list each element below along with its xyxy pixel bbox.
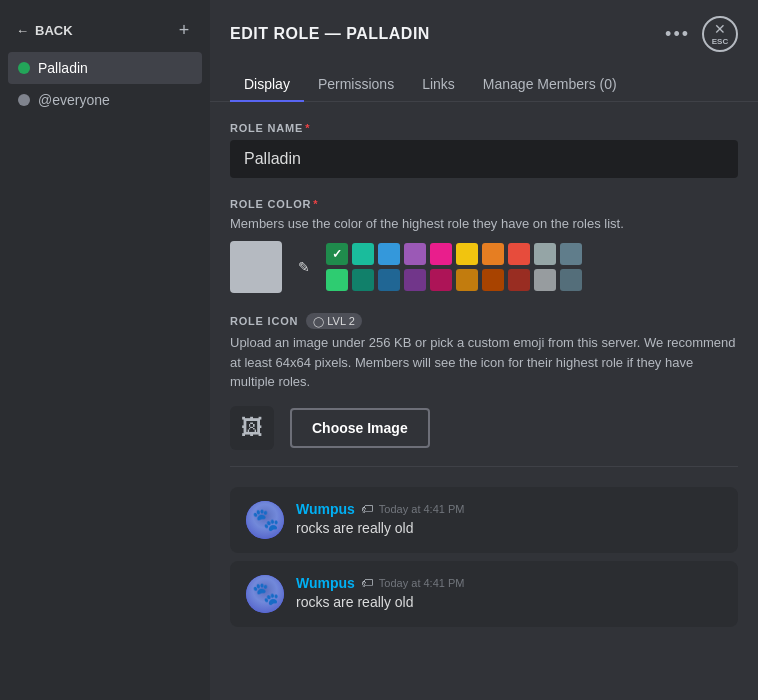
swatch-orange2[interactable] (482, 269, 504, 291)
swatch-red[interactable] (508, 243, 530, 265)
lvl-badge: ◯ LVL 2 (306, 313, 362, 329)
lvl-label: LVL 2 (327, 315, 355, 327)
role-badge-icon-2: 🏷 (361, 576, 373, 590)
role-dot-everyone (18, 94, 30, 106)
swatch-teal2[interactable] (352, 269, 374, 291)
esc-label: ESC (712, 37, 728, 46)
avatar-1: 🐾 (246, 501, 284, 539)
swatch-blue2[interactable] (378, 269, 400, 291)
tab-links[interactable]: Links (408, 68, 469, 102)
sidebar-item-label: Palladin (38, 60, 88, 76)
close-x-icon: ✕ (714, 22, 726, 36)
tab-permissions[interactable]: Permissions (304, 68, 408, 102)
swatch-gray2[interactable] (534, 269, 556, 291)
main-panel: EDIT ROLE — PALLADIN ••• ✕ ESC Display P… (210, 0, 758, 700)
sidebar-header: ← BACK + (8, 12, 202, 52)
tab-manage-members[interactable]: Manage Members (0) (469, 68, 631, 102)
preview-card-2: 🐾 Wumpus 🏷 Today at 4:41 PM rocks are re… (230, 561, 738, 627)
swatch-purple2[interactable] (404, 269, 426, 291)
required-indicator: * (313, 198, 318, 210)
message-content-1: Wumpus 🏷 Today at 4:41 PM rocks are real… (296, 501, 722, 536)
message-username-1: Wumpus (296, 501, 355, 517)
color-description: Members use the color of the highest rol… (230, 216, 738, 231)
role-badge-icon-1: 🏷 (361, 502, 373, 516)
role-icon-description: Upload an image under 256 KB or pick a c… (230, 333, 738, 392)
swatch-red2[interactable] (508, 269, 530, 291)
role-name-section: ROLE NAME* (230, 122, 738, 178)
role-dot-palladin (18, 62, 30, 74)
choose-image-button[interactable]: Choose Image (290, 408, 430, 448)
message-timestamp-2: Today at 4:41 PM (379, 577, 465, 589)
swatch-darkgray[interactable] (560, 243, 582, 265)
swatch-lightgray[interactable] (534, 243, 556, 265)
swatch-yellow2[interactable] (456, 269, 478, 291)
swatch-pink[interactable] (430, 243, 452, 265)
swatch-green2[interactable] (326, 269, 348, 291)
message-header-2: Wumpus 🏷 Today at 4:41 PM (296, 575, 722, 591)
close-button[interactable]: ✕ ESC (702, 16, 738, 52)
sidebar-item-everyone[interactable]: @everyone (8, 84, 202, 116)
preview-message-1: 🐾 Wumpus 🏷 Today at 4:41 PM rocks are re… (246, 501, 722, 539)
icon-upload-row: 🖼 Choose Image (230, 406, 738, 450)
back-label: BACK (35, 23, 73, 38)
more-options-button[interactable]: ••• (665, 24, 690, 45)
pencil-icon[interactable]: ✎ (292, 255, 316, 279)
sidebar: ← BACK + Palladin @everyone (0, 0, 210, 700)
role-icon-label: ROLE ICON (230, 315, 298, 327)
swatch-blue[interactable] (378, 243, 400, 265)
sidebar-item-palladin[interactable]: Palladin (8, 52, 202, 84)
color-picker-row: ✎ ✓ (230, 241, 738, 293)
add-role-button[interactable]: + (174, 20, 194, 40)
content-area: ROLE NAME* ROLE COLOR* Members use the c… (210, 102, 758, 700)
page-title: EDIT ROLE — PALLADIN (230, 25, 430, 43)
preview-message-2: 🐾 Wumpus 🏷 Today at 4:41 PM rocks are re… (246, 575, 722, 613)
role-color-section: ROLE COLOR* Members use the color of the… (230, 198, 738, 293)
preview-card-1: 🐾 Wumpus 🏷 Today at 4:41 PM rocks are re… (230, 487, 738, 553)
header-actions: ••• ✕ ESC (665, 16, 738, 52)
tabs-bar: Display Permissions Links Manage Members… (210, 60, 758, 102)
role-name-label: ROLE NAME* (230, 122, 738, 134)
preview-section: 🐾 Wumpus 🏷 Today at 4:41 PM rocks are re… (230, 487, 738, 627)
swatch-purple[interactable] (404, 243, 426, 265)
back-button[interactable]: ← BACK (16, 23, 73, 38)
divider (230, 466, 738, 467)
role-color-label: ROLE COLOR* (230, 198, 738, 210)
back-arrow-icon: ← (16, 23, 29, 38)
message-text-2: rocks are really old (296, 594, 722, 610)
message-header-1: Wumpus 🏷 Today at 4:41 PM (296, 501, 722, 517)
wumpus-avatar-1: 🐾 (246, 501, 284, 539)
sidebar-item-label: @everyone (38, 92, 110, 108)
swatch-pink2[interactable] (430, 269, 452, 291)
swatch-orange[interactable] (482, 243, 504, 265)
add-image-icon: 🖼 (241, 415, 263, 441)
wumpus-avatar-2: 🐾 (246, 575, 284, 613)
color-preview-swatch[interactable] (230, 241, 282, 293)
lvl-icon: ◯ (313, 316, 324, 327)
swatch-green-check[interactable]: ✓ (326, 243, 348, 265)
swatch-teal[interactable] (352, 243, 374, 265)
color-swatches-grid: ✓ (326, 243, 582, 291)
role-icon-header: ROLE ICON ◯ LVL 2 (230, 313, 738, 329)
role-name-input[interactable] (230, 140, 738, 178)
tab-display[interactable]: Display (230, 68, 304, 102)
swatch-darkgray2[interactable] (560, 269, 582, 291)
message-username-2: Wumpus (296, 575, 355, 591)
role-icon-section: ROLE ICON ◯ LVL 2 Upload an image under … (230, 313, 738, 450)
swatch-row-1: ✓ (326, 243, 582, 265)
upload-placeholder-icon[interactable]: 🖼 (230, 406, 274, 450)
avatar-2: 🐾 (246, 575, 284, 613)
swatch-yellow[interactable] (456, 243, 478, 265)
swatch-row-2 (326, 269, 582, 291)
message-text-1: rocks are really old (296, 520, 722, 536)
message-timestamp-1: Today at 4:41 PM (379, 503, 465, 515)
required-indicator: * (305, 122, 310, 134)
message-content-2: Wumpus 🏷 Today at 4:41 PM rocks are real… (296, 575, 722, 610)
header: EDIT ROLE — PALLADIN ••• ✕ ESC (210, 0, 758, 52)
